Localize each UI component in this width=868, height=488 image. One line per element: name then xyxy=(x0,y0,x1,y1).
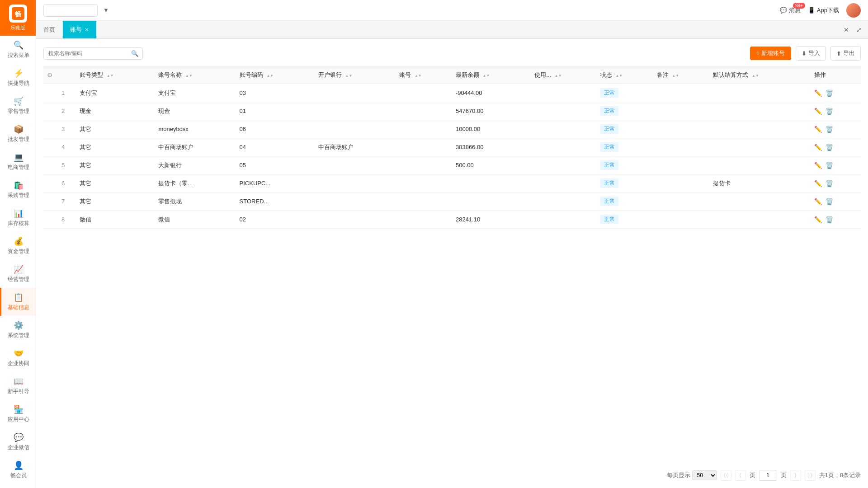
col-bank[interactable]: 开户银行 ▲▼ xyxy=(315,66,396,84)
app-download-button[interactable]: 📱 App下载 xyxy=(808,6,839,14)
delete-button[interactable]: 🗑️ xyxy=(826,180,833,187)
row-code: 06 xyxy=(236,120,315,138)
row-bank xyxy=(315,174,396,192)
delete-button[interactable]: 🗑️ xyxy=(826,162,833,169)
delete-button[interactable]: 🗑️ xyxy=(826,216,833,223)
status-badge: 正常 xyxy=(600,160,618,170)
sidebar-item-search[interactable]: 🔍 搜索菜单 xyxy=(0,36,36,64)
tab-home[interactable]: 首页 xyxy=(36,21,63,38)
delete-button[interactable]: 🗑️ xyxy=(826,198,833,205)
sidebar-item-guide[interactable]: 📖 新手引导 xyxy=(0,372,36,400)
col-usage[interactable]: 使用... ▲▼ xyxy=(531,66,596,84)
status-badge: 正常 xyxy=(600,142,618,152)
edit-button[interactable]: ✏️ xyxy=(814,180,822,187)
edit-button[interactable]: ✏️ xyxy=(814,144,822,151)
table-row: 7 其它 零售抵现 STORED... 正常 ✏️ 🗑️ xyxy=(43,192,861,211)
logo[interactable]: 畅 乐账版 xyxy=(0,0,36,36)
edit-button[interactable]: ✏️ xyxy=(814,162,822,169)
edit-button[interactable]: ✏️ xyxy=(814,108,822,115)
edit-button[interactable]: ✏️ xyxy=(814,216,822,223)
sidebar-item-basic[interactable]: 📋 基础信息 xyxy=(0,288,36,316)
delete-button[interactable]: 🗑️ xyxy=(826,89,833,97)
sidebar-item-wechat-label: 企业微信 xyxy=(8,444,29,451)
page-size-select[interactable]: 50 100 200 xyxy=(692,470,717,480)
tab-close-all-button[interactable]: ✕ xyxy=(841,24,852,35)
row-name: 大新银行 xyxy=(155,156,236,174)
col-name[interactable]: 账号名称 ▲▼ xyxy=(155,66,236,84)
col-code[interactable]: 账号编码 ▲▼ xyxy=(236,66,315,84)
row-code: 01 xyxy=(236,102,315,120)
sidebar-item-member-label: 畅会员 xyxy=(10,472,27,479)
page-prev-button[interactable]: ⟨ xyxy=(735,470,746,481)
message-button[interactable]: 💬 消息 99+ xyxy=(780,6,801,14)
row-type: 现金 xyxy=(76,102,155,120)
tab-account[interactable]: 账号 ✕ xyxy=(63,21,97,38)
row-balance: 547670.00 xyxy=(452,102,531,120)
sort-bank-icon: ▲▼ xyxy=(345,74,353,78)
page-size-selector: 每页显示 50 100 200 xyxy=(667,470,717,480)
row-notes xyxy=(653,174,710,192)
message-badge: 99+ xyxy=(793,3,805,9)
page-next-button[interactable]: ⟩ xyxy=(790,470,801,481)
sidebar-item-business[interactable]: 📈 经营管理 xyxy=(0,260,36,288)
delete-button[interactable]: 🗑️ xyxy=(826,108,833,115)
col-balance[interactable]: 最新余额 ▲▼ xyxy=(452,66,531,84)
col-status[interactable]: 状态 ▲▼ xyxy=(597,66,653,84)
pagination: 每页显示 50 100 200 ⟨⟨ ⟨ 页 页 ⟩ ⟩⟩ 共1页，8条记录 xyxy=(43,465,861,481)
status-badge: 正常 xyxy=(600,106,618,116)
sidebar-item-purchase[interactable]: 🛍️ 采购管理 xyxy=(0,176,36,204)
col-account[interactable]: 账号 ▲▼ xyxy=(396,66,452,84)
col-notes[interactable]: 备注 ▲▼ xyxy=(653,66,710,84)
import-label: 导入 xyxy=(808,49,820,57)
delete-button[interactable]: 🗑️ xyxy=(826,144,833,151)
col-type[interactable]: 账号类型 ▲▼ xyxy=(76,66,155,84)
tab-maximize-button[interactable]: ⤢ xyxy=(854,24,864,35)
col-gear[interactable]: ⚙ xyxy=(43,66,58,84)
table-row: 6 其它 提货卡（零... PICKUPC... 正常 提货卡 ✏️ 🗑️ xyxy=(43,174,861,192)
user-avatar[interactable] xyxy=(846,3,861,18)
logo-icon: 畅 xyxy=(9,5,27,23)
row-code: 04 xyxy=(236,138,315,156)
page-last-button[interactable]: ⟩⟩ xyxy=(805,470,816,481)
table-settings-icon[interactable]: ⚙ xyxy=(47,71,53,79)
sidebar-item-appcenter[interactable]: 🏪 应用中心 xyxy=(0,400,36,428)
sidebar: 畅 乐账版 🔍 搜索菜单 ⚡ 快捷导航 🛒 零售管理 📦 批发管理 💻 电商管理… xyxy=(0,0,36,488)
tab-account-close[interactable]: ✕ xyxy=(85,27,89,33)
action-buttons: ✏️ 🗑️ xyxy=(814,216,857,223)
sidebar-item-finance[interactable]: 💰 资金管理 xyxy=(0,232,36,260)
sidebar-item-inventory[interactable]: 📊 库存核算 xyxy=(0,204,36,232)
sidebar-item-agreement[interactable]: 🤝 企业协同 xyxy=(0,344,36,372)
main-area: ▼ 💬 消息 99+ 📱 App下载 首页 账号 ✕ ✕ ⤢ xyxy=(36,0,868,488)
edit-button[interactable]: ✏️ xyxy=(814,198,822,205)
wechat-icon: 💬 xyxy=(14,432,24,442)
row-account xyxy=(396,120,452,138)
sort-settle-icon: ▲▼ xyxy=(752,74,759,78)
export-button[interactable]: ⬆ 导出 xyxy=(830,46,861,61)
sidebar-item-agreement-label: 企业协同 xyxy=(8,360,29,367)
row-status: 正常 xyxy=(597,156,653,174)
search-input[interactable] xyxy=(44,48,127,59)
row-no: 6 xyxy=(58,174,76,192)
edit-button[interactable]: ✏️ xyxy=(814,89,822,97)
sort-code-icon: ▲▼ xyxy=(266,74,274,78)
sidebar-item-wholesale[interactable]: 📦 批发管理 xyxy=(0,120,36,148)
sidebar-item-wechat[interactable]: 💬 企业微信 xyxy=(0,428,36,456)
sidebar-item-quicknav[interactable]: ⚡ 快捷导航 xyxy=(0,64,36,92)
import-button[interactable]: ⬇ 导入 xyxy=(796,46,826,61)
col-default-settle[interactable]: 默认结算方式 ▲▼ xyxy=(709,66,811,84)
sidebar-item-ecommerce[interactable]: 💻 电商管理 xyxy=(0,148,36,176)
top-search-input[interactable] xyxy=(43,4,98,17)
top-dropdown[interactable]: ▼ xyxy=(103,7,109,14)
page-first-button[interactable]: ⟨⟨ xyxy=(721,470,731,481)
sidebar-item-member[interactable]: 👤 畅会员 xyxy=(0,456,36,484)
search-button[interactable]: 🔍 xyxy=(127,48,142,59)
add-account-button[interactable]: + 新增账号 xyxy=(750,47,791,60)
delete-button[interactable]: 🗑️ xyxy=(826,126,833,133)
row-gear xyxy=(43,120,58,138)
sidebar-item-retail[interactable]: 🛒 零售管理 xyxy=(0,92,36,120)
action-buttons: ✏️ 🗑️ xyxy=(814,126,857,133)
row-gear xyxy=(43,174,58,192)
page-number-input[interactable] xyxy=(759,470,777,481)
sidebar-item-system[interactable]: ⚙️ 系统管理 xyxy=(0,316,36,344)
edit-button[interactable]: ✏️ xyxy=(814,126,822,133)
